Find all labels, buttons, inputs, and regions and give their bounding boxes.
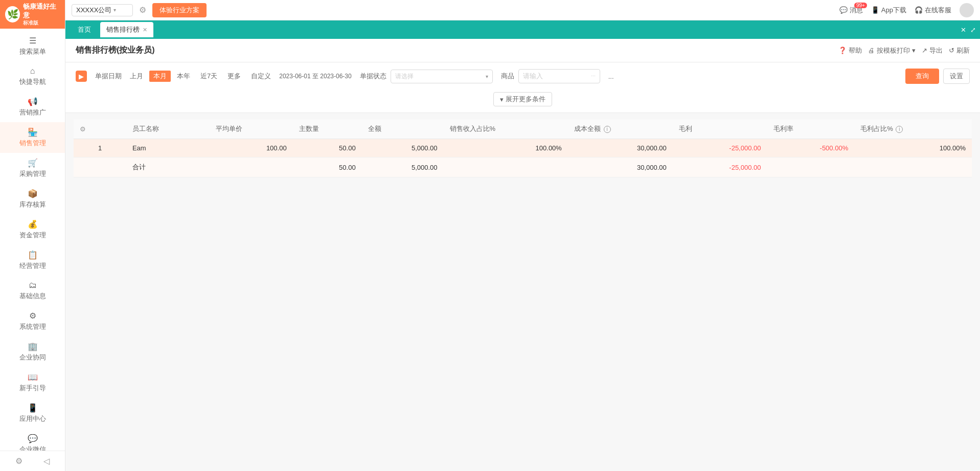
gross-pct-info-icon[interactable]: i [896,126,903,133]
sidebar-item-label: 基础信息 [19,291,46,301]
page-container: 销售排行榜(按业务员) ❓ 帮助 🖨 按模板打印 ▾ ↗ 导出 ↺ 刷新 [65,39,980,471]
date-filter-label: 单据日期 [95,72,122,81]
col-gross-margin: 毛利率 [767,119,855,139]
sidebar-item-purchase[interactable]: 🛒 采购管理 [0,153,65,184]
main-content: XXXXX公司 ▾ ⚙ 体验行业方案 💬 消息 99+ 📱 App下载 🎧 在线… [65,0,980,471]
expand-icon: ▾ [500,96,504,103]
sidebar-item-wechat[interactable]: 💬 企业微信 [0,429,65,451]
message-icon: 💬 [839,6,848,14]
col-employee: 员工名称 [126,119,210,139]
trial-button[interactable]: 体验行业方案 [152,3,207,17]
footer-amount: 5,000.00 [362,158,444,177]
header-actions: 💬 消息 99+ 📱 App下载 🎧 在线客服 [839,3,974,17]
logo-sub-text: 标准版 [23,19,60,26]
table-header-row: ⚙ 员工名称 平均单价 主数量 全额 [74,119,972,139]
date-tab-custom[interactable]: 自定义 [247,71,275,82]
sidebar-collapse-icon[interactable]: ◁ [43,456,50,466]
sidebar-item-label: 企业微信 [19,445,46,451]
tab-maximize-icon[interactable]: ⤢ [970,26,976,34]
page-title: 销售排行榜(按业务员) [76,45,155,62]
company-select[interactable]: XXXXX公司 ▾ [72,4,133,16]
cell-employee: Eam [126,139,210,158]
sidebar-item-search[interactable]: ☰ 搜索菜单 [0,31,65,61]
col-cost-amount: 成本全额 i [568,119,673,139]
date-tab-this-year[interactable]: 本年 [173,71,194,82]
sidebar-item-inventory[interactable]: 📦 库存核算 [0,184,65,214]
col-sales-pct: 销售收入占比% [444,119,568,139]
message-action[interactable]: 💬 消息 99+ [839,6,863,15]
col-quantity: 主数量 [293,119,362,139]
print-icon: 🖨 [868,47,875,54]
tab-close-all-icon[interactable]: ✕ [961,26,966,34]
date-tab-this-month[interactable]: 本月 [149,71,171,82]
cell-avg-price: 100.00 [210,139,293,158]
sidebar-item-label: 快捷导航 [19,77,46,86]
app-download-action[interactable]: 📱 App下载 [871,6,906,15]
date-tabs: 上月 本月 本年 近7天 更多 [126,71,275,82]
purchase-icon: 🛒 [28,158,38,168]
tab-sales-rank[interactable]: 销售排行榜 ✕ [100,22,153,37]
user-avatar[interactable] [960,3,974,17]
tab-close-icon[interactable]: ✕ [143,27,147,33]
sidebar-item-marketing[interactable]: 📢 营销推广 [0,92,65,122]
sidebar-item-label: 库存核算 [19,200,46,209]
tab-home[interactable]: 首页 [70,22,99,37]
goods-input[interactable]: 请输入 ... [518,69,600,83]
message-badge: 99+ [854,3,867,8]
settings-button[interactable]: 设置 [943,69,970,84]
refresh-button[interactable]: ↺ 刷新 [949,46,970,55]
sidebar-item-finance[interactable]: 💰 资金管理 [0,214,65,245]
cost-info-icon[interactable]: i [604,126,611,133]
app-download-label: App下载 [881,6,906,15]
sidebar-item-system[interactable]: ⚙ 系统管理 [0,306,65,337]
finance-icon: 💰 [28,219,38,229]
cell-gross-profit: -25,000.00 [673,139,767,158]
date-range-text: 2023-06-01 至 2023-06-30 [279,72,351,81]
sidebar-settings-icon[interactable]: ⚙ [15,456,22,466]
refresh-icon: ↺ [949,47,954,54]
expand-more-button[interactable]: ▾ 展开更多条件 [493,92,552,106]
header-settings-icon[interactable]: ⚙ [137,3,148,17]
wechat-icon: 💬 [28,434,38,443]
sidebar-item-guide[interactable]: 📖 新手引导 [0,367,65,398]
sidebar-item-operations[interactable]: 📋 经营管理 [0,245,65,276]
headset-icon: 🎧 [915,6,923,14]
footer-cost-amount: 30,000.00 [568,158,673,177]
date-tab-last7d[interactable]: 近7天 [196,71,221,82]
col-settings[interactable]: ⚙ [74,119,92,139]
date-tab-prev-month[interactable]: 上月 [126,71,147,82]
online-service-label: 在线客服 [925,6,951,15]
filter-area: ▶ 单据日期 上月 本月 本年 [65,62,980,113]
sidebar-item-quicknav[interactable]: ⌂ 快捷导航 [0,61,65,92]
date-tab-more[interactable]: 更多 [223,71,245,82]
sidebar-item-baseinfo[interactable]: 🗂 基础信息 [0,276,65,306]
date-filter-group: 单据日期 上月 本月 本年 近7天 [95,71,352,82]
sidebar-item-enterprise[interactable]: 🏢 企业协同 [0,337,65,367]
sidebar-nav: ☰ 搜索菜单 ⌂ 快捷导航 📢 营销推广 🏪 销售管理 🛒 采购管理 📦 库存核… [0,29,65,451]
col-avg-price: 平均单价 [210,119,293,139]
sidebar-item-sales[interactable]: 🏪 销售管理 [0,122,65,153]
cell-gross-pct: 100.00% [854,139,972,158]
sidebar-item-label: 应用中心 [19,414,46,423]
status-select[interactable]: 请选择 ▾ [391,70,493,83]
col-rank [92,119,126,139]
chevron-down-icon: ▾ [113,7,116,13]
sidebar-item-appcenter[interactable]: 📱 应用中心 [0,398,65,429]
table-row[interactable]: 1 Eam 100.00 50.00 5,000.00 [74,139,972,158]
operations-icon: 📋 [28,250,38,260]
sales-icon: 🏪 [28,127,38,137]
query-button[interactable]: 查询 [905,69,939,84]
print-template-button[interactable]: 🖨 按模板打印 ▾ [868,46,916,55]
guide-icon: 📖 [28,372,38,382]
online-service-action[interactable]: 🎧 在线客服 [915,6,951,15]
logo-icon: 🌿 [5,6,20,23]
help-button[interactable]: ❓ 帮助 [838,46,862,55]
cell-quantity: 50.00 [293,139,362,158]
more-filters-icon[interactable]: ... [608,73,614,80]
status-filter-label: 单据状态 [360,72,386,81]
footer-gross-profit: -25,000.00 [673,158,767,177]
status-filter-group: 单据状态 请选择 ▾ [360,70,493,83]
export-button[interactable]: ↗ 导出 [922,46,943,55]
sidebar-item-label: 资金管理 [19,231,46,240]
filter-toggle-icon[interactable]: ▶ [76,71,87,82]
